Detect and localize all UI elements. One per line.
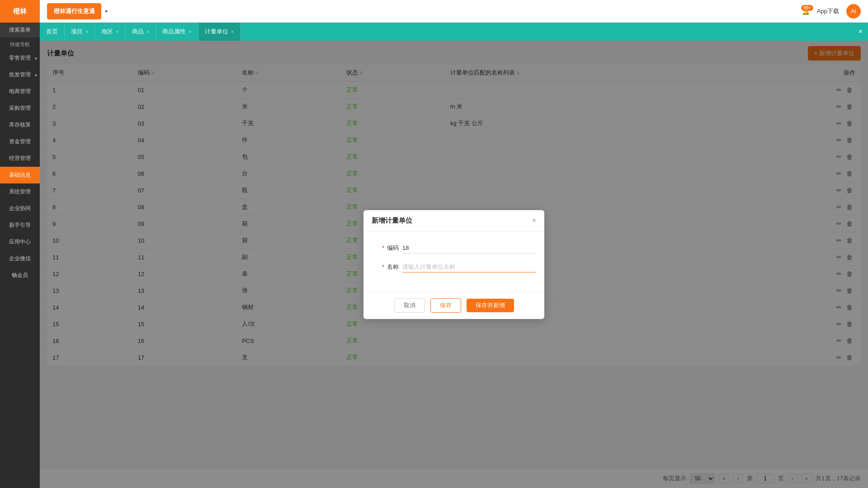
sidebar-item-label: 电商管理 [9,88,31,94]
sidebar-item-member[interactable]: 畅会员 [0,267,40,284]
tab-close-icon[interactable]: × [116,29,118,34]
sidebar-item-basic[interactable]: 基础信息 [0,167,40,183]
sidebar-nav-title: 快捷导航 [0,38,40,50]
content-area: 计量单位 + 新增计量单位 序号 编码⇅ 名称⇅ 状态⇅ 计量单位匹配的名称列表… [40,41,868,488]
modal-header: 新增计量单位 × [363,210,544,232]
tab-units[interactable]: 计量单位 × [198,23,241,41]
tab-close-icon[interactable]: × [231,29,234,34]
sidebar-item-label: 应用中心 [9,239,31,245]
topbar-right: 🔔 99+ App下载 Ai [802,4,861,19]
topbar-logo-text: 橙林通行生意通 [54,7,95,15]
sidebar-item-purchase[interactable]: 采购管理 [0,100,40,117]
tab-label: 地区 [101,28,113,36]
chevron-right-icon: ▾ [35,72,37,77]
code-label: * 编码 [372,244,399,252]
tab-projects[interactable]: 项目 × [65,23,95,41]
sidebar-item-system[interactable]: 系统管理 [0,183,40,200]
sidebar-item-ecommerce[interactable]: 电商管理 [0,83,40,100]
add-unit-modal: 新增计量单位 × * 编码 * 名称 [363,210,544,319]
sidebar-item-appcenter[interactable]: 应用中心 [0,234,40,250]
notification-badge: 99+ [801,5,813,11]
sidebar-search[interactable]: 搜索菜单 [0,23,40,38]
topbar-dropdown[interactable]: ▾ [105,8,108,14]
tab-products[interactable]: 商品 × [126,23,156,41]
sidebar-item-label: 采购管理 [9,105,31,111]
code-required: * [382,244,384,251]
sidebar-item-label: 畅会员 [12,272,28,278]
code-input[interactable] [402,243,536,253]
sidebar-item-label: 企业微信 [9,255,31,262]
sidebar-item-inventory[interactable]: 库存核算 [0,117,40,133]
sidebar-item-label: 零售管理 [9,55,31,61]
avatar-initials: Ai [851,8,856,14]
sidebar-item-operations[interactable]: 经营管理 [0,150,40,167]
close-all-tabs-button[interactable]: × [853,23,868,41]
sidebar-item-label: 经营管理 [9,155,31,161]
tab-label: 计量单位 [205,28,228,36]
tab-label: 首页 [46,28,58,36]
modal-body: * 编码 * 名称 [363,232,544,291]
modal-overlay[interactable]: 新增计量单位 × * 编码 * 名称 [40,41,868,488]
name-input[interactable] [402,262,536,272]
sidebar-item-label: 库存核算 [9,122,31,128]
logo-text: 橙林 [13,7,27,16]
save-and-new-button[interactable]: 保存并新增 [467,299,514,312]
topbar-left: 橙林通行生意通 ▾ [47,3,108,19]
tab-close-icon[interactable]: × [85,29,88,34]
sidebar-item-finance[interactable]: 资金管理 [0,133,40,150]
sidebar-item-label: 批发管理 [9,71,31,78]
sidebar-item-label: 资金管理 [9,138,31,145]
sidebar-item-label: 新手引导 [9,222,31,228]
tabs-bar: 首页 项目 × 地区 × 商品 × 商品属性 × 计量单位 × × [40,23,868,41]
tab-label: 项目 [71,28,83,36]
main-content: 橙林通行生意通 ▾ 🔔 99+ App下载 Ai 首页 项目 × 地区 × [40,0,868,488]
tab-home[interactable]: 首页 [40,23,65,41]
tab-label: 商品属性 [162,28,186,36]
notification-bell[interactable]: 🔔 99+ [802,8,810,15]
sidebar-item-label: 基础信息 [9,172,31,178]
save-button[interactable]: 保存 [430,298,461,313]
sidebar: 橙林 搜索菜单 快捷导航 零售管理 ▾ 批发管理 ▾ 电商管理 采购管理 库存核… [0,0,40,488]
sidebar-item-label: 企业协同 [9,205,31,211]
tab-regions[interactable]: 地区 × [95,23,125,41]
sidebar-item-partner[interactable]: 企业协同 [0,200,40,217]
form-row-name: * 名称 [372,262,536,272]
close-all-icon: × [859,28,863,36]
app-download-link[interactable]: App下载 [817,7,839,15]
cancel-button[interactable]: 取消 [394,298,425,313]
name-label: * 名称 [372,263,399,271]
topbar-logo: 橙林通行生意通 [47,3,101,19]
sidebar-item-retail[interactable]: 零售管理 ▾ [0,50,40,66]
form-row-code: * 编码 [372,243,536,253]
avatar[interactable]: Ai [846,4,861,19]
modal-footer: 取消 保存 保存并新增 [363,291,544,319]
tab-close-icon[interactable]: × [189,29,191,34]
sidebar-logo: 橙林 [0,0,40,23]
modal-title: 新增计量单位 [372,216,412,225]
tab-label: 商品 [132,28,144,36]
chevron-right-icon: ▾ [35,56,37,61]
name-required: * [382,263,384,270]
topbar: 橙林通行生意通 ▾ 🔔 99+ App下载 Ai [40,0,868,23]
tab-attributes[interactable]: 商品属性 × [156,23,198,41]
sidebar-item-newbie[interactable]: 新手引导 [0,217,40,234]
sidebar-item-wholesale[interactable]: 批发管理 ▾ [0,66,40,83]
modal-close-button[interactable]: × [532,216,536,225]
sidebar-item-label: 系统管理 [9,188,31,195]
tab-close-icon[interactable]: × [146,29,149,34]
sidebar-item-enterprise[interactable]: 企业微信 [0,250,40,267]
